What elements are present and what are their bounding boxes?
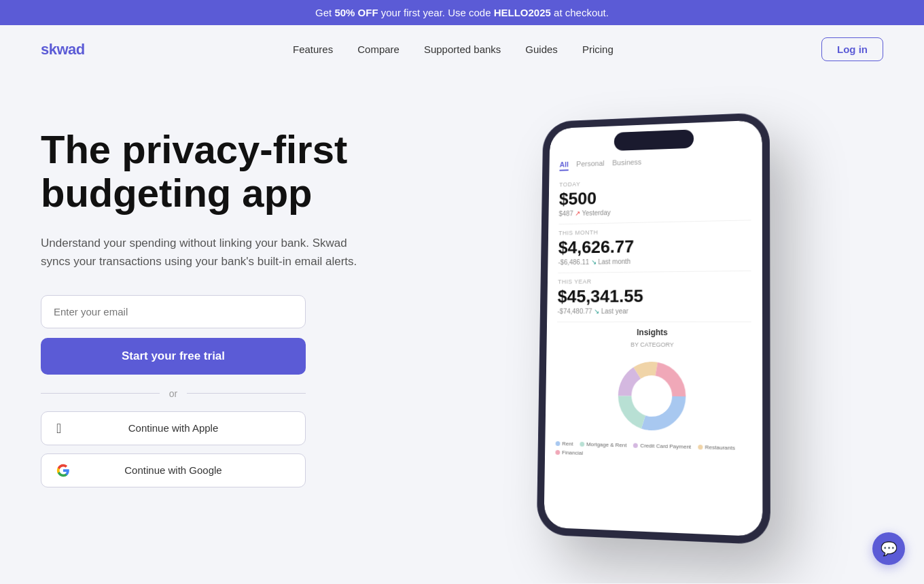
- nav-item-pricing[interactable]: Pricing: [582, 44, 614, 56]
- apple-signin-button[interactable]:  Continue with Apple: [41, 411, 306, 445]
- legend-dot-financial: [555, 450, 560, 455]
- nav-item-compare[interactable]: Compare: [357, 44, 399, 56]
- hero-title: The privacy-first budgeting app: [41, 128, 421, 215]
- logo[interactable]: skwad: [41, 41, 85, 58]
- nav-item-features[interactable]: Features: [293, 44, 333, 56]
- legend-dot-credit: [633, 443, 638, 448]
- navbar: skwad Features Compare Supported banks G…: [0, 25, 924, 73]
- phone-tab-all: All: [559, 160, 568, 171]
- hero-subtitle: Understand your spending without linking…: [41, 234, 367, 271]
- nav-link-pricing[interactable]: Pricing: [582, 44, 614, 55]
- nav-link-guides[interactable]: Guides: [525, 44, 558, 55]
- legend-rent: Rent: [556, 441, 573, 447]
- email-input[interactable]: [41, 295, 306, 328]
- legend-mortgage: Mortgage & Rent: [580, 441, 626, 449]
- phone-tab-personal: Personal: [576, 159, 605, 171]
- google-button-label: Continue with Google: [124, 464, 221, 476]
- legend-dot-restaurants: [698, 445, 703, 449]
- hero-content: The privacy-first budgeting app Understa…: [41, 114, 421, 496]
- google-icon: [56, 464, 70, 477]
- phone-notch: [614, 129, 694, 151]
- legend-financial: Financial: [555, 449, 583, 456]
- hero-section: The privacy-first budgeting app Understa…: [0, 73, 924, 583]
- nav-link-features[interactable]: Features: [293, 44, 333, 55]
- or-divider: or: [41, 388, 306, 399]
- banner-code: HELLO2025: [494, 7, 551, 18]
- nav-link-compare[interactable]: Compare: [357, 44, 399, 55]
- nav-item-guides[interactable]: Guides: [525, 44, 558, 56]
- phone-tabs: All Personal Business: [559, 154, 751, 171]
- legend-dot-mortgage: [580, 442, 584, 447]
- chat-icon: 💬: [881, 540, 898, 557]
- phone-tab-business: Business: [612, 158, 641, 169]
- phone-year-sub: -$74,480.77 ↘ Last year: [557, 307, 751, 315]
- donut-chart: [556, 354, 751, 439]
- trial-button[interactable]: Start your free trial: [41, 338, 306, 375]
- phone-insights-sub: BY CATEGORY: [557, 341, 751, 349]
- divider-2: [558, 271, 751, 273]
- chat-button[interactable]: 💬: [872, 532, 905, 565]
- phone-device: All Personal Business TODAY $500 $487 ↗ …: [537, 113, 770, 544]
- login-button[interactable]: Log in: [821, 37, 883, 61]
- nav-links: Features Compare Supported banks Guides …: [293, 44, 614, 56]
- divider-1: [558, 220, 751, 224]
- divider-3: [557, 322, 751, 322]
- phone-month-amount: $4,626.77: [558, 234, 751, 258]
- nav-item-banks[interactable]: Supported banks: [424, 44, 501, 56]
- legend-credit: Credit Card Payment: [633, 443, 691, 450]
- phone-year-amount: $45,341.55: [558, 285, 751, 307]
- phone-year-section: THIS YEAR $45,341.55 -$74,480.77 ↘ Last …: [557, 277, 751, 315]
- phone-year-label: THIS YEAR: [558, 277, 751, 286]
- apple-icon: : [56, 422, 61, 435]
- phone-today-section: TODAY $500 $487 ↗ Yesterday: [559, 175, 751, 217]
- phone-month-section: THIS MONTH $4,626.77 -$6,486.11 ↘ Last m…: [558, 226, 751, 266]
- banner-text: Get 50% OFF your first year. Use code HE…: [315, 7, 609, 18]
- promo-banner: Get 50% OFF your first year. Use code HE…: [0, 0, 924, 25]
- apple-button-label: Continue with Apple: [128, 422, 219, 434]
- phone-insights-label: Insights: [557, 328, 751, 337]
- nav-link-banks[interactable]: Supported banks: [424, 44, 501, 55]
- google-signin-button[interactable]: Continue with Google: [41, 453, 306, 487]
- banner-discount: 50% OFF: [334, 7, 378, 18]
- svg-point-5: [633, 377, 671, 415]
- hero-phone: All Personal Business TODAY $500 $487 ↗ …: [421, 114, 883, 536]
- phone-screen: All Personal Business TODAY $500 $487 ↗ …: [544, 120, 762, 536]
- legend-restaurants: Restaurants: [698, 444, 735, 451]
- legend-dot-rent: [556, 441, 561, 446]
- chart-legend: Rent Mortgage & Rent Credit Card Payment…: [555, 441, 751, 461]
